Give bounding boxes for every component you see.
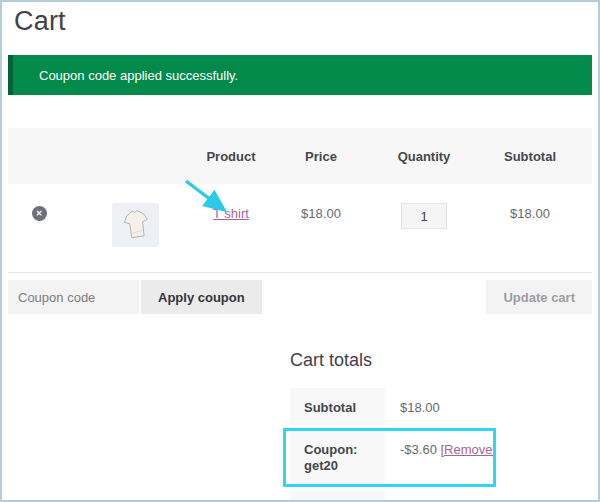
remove-coupon-link[interactable]: [Remove] [440, 442, 496, 457]
partial-label-cell [290, 490, 385, 502]
update-cart-button[interactable]: Update cart [486, 280, 592, 314]
column-header-product: Product [200, 149, 262, 164]
coupon-discount-value: -$3.60 [400, 442, 440, 457]
cart-totals-heading: Cart totals [290, 350, 372, 371]
column-header-quantity: Quantity [380, 149, 468, 164]
product-name-cell: T shirt [200, 184, 262, 272]
coupon-code-input[interactable] [8, 280, 139, 314]
cart-table-header: Product Price Quantity Subtotal [8, 128, 592, 184]
coupon-label: Coupon: get20 [290, 430, 385, 486]
coupon-value-cell: -$3.60 [Remove] [385, 430, 577, 486]
cart-table: Product Price Quantity Subtotal ✕ [8, 128, 592, 314]
page-title: Cart [14, 6, 66, 37]
thumbnail-cell [70, 184, 200, 272]
coupon-label-line1: Coupon: [304, 442, 357, 457]
totals-row-partial [290, 490, 577, 502]
apply-coupon-button[interactable]: Apply coupon [141, 280, 262, 314]
coupon-label-line2: get20 [304, 458, 338, 473]
price-cell: $18.00 [262, 184, 380, 272]
totals-subtotal-row: Subtotal $18.00 [290, 388, 577, 426]
remove-item-icon[interactable]: ✕ [32, 206, 47, 221]
partial-value-cell [385, 490, 577, 502]
cart-page: Cart Coupon code applied successfully. P… [0, 0, 600, 502]
success-banner-text: Coupon code applied successfully. [13, 68, 238, 83]
subtotal-cell: $18.00 [468, 184, 592, 272]
column-header-subtotal: Subtotal [468, 149, 592, 164]
success-banner: Coupon code applied successfully. [8, 55, 592, 95]
item-price: $18.00 [301, 206, 341, 221]
subtotal-value: $18.00 [385, 388, 577, 426]
product-thumbnail[interactable] [112, 203, 159, 247]
remove-cell: ✕ [8, 184, 70, 272]
quantity-input[interactable] [401, 203, 447, 229]
tshirt-image [115, 205, 155, 245]
totals-coupon-row: Coupon: get20 -$3.60 [Remove] [290, 430, 577, 486]
quantity-cell [380, 184, 468, 272]
product-link[interactable]: T shirt [213, 206, 249, 221]
cart-item-row: ✕ T shirt $18.00 [8, 184, 592, 272]
item-subtotal: $18.00 [510, 206, 550, 221]
column-header-price: Price [262, 149, 380, 164]
cart-actions-row: Apply coupon Update cart [8, 272, 592, 314]
subtotal-label: Subtotal [290, 388, 385, 426]
